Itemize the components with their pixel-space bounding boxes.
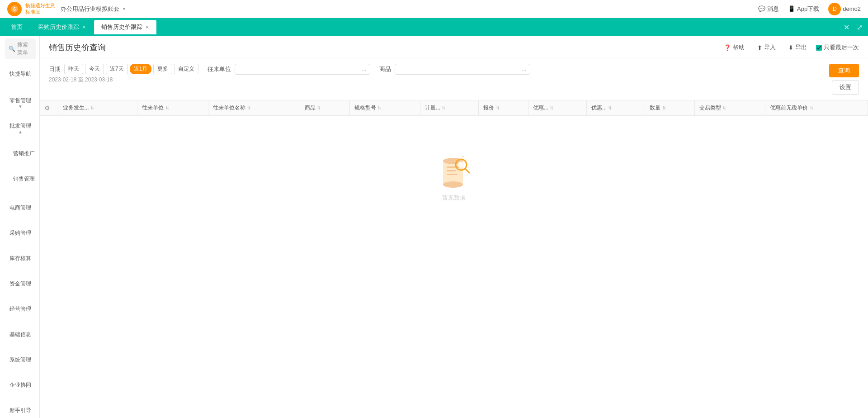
user-menu-btn[interactable]: D demo2: [828, 3, 861, 15]
th-partner-code[interactable]: 往来单位 ⇅: [137, 100, 208, 116]
th-spec[interactable]: 规格型号 ⇅: [349, 100, 420, 116]
th-biz-date[interactable]: 业务发生... ⇅: [58, 100, 137, 116]
goods-filter-group: 商品 ...: [379, 64, 530, 75]
date-filter-col: 日期 昨天 今天 近7天 近1月 更多 自定义 2023-02-18 至 202…: [49, 64, 198, 84]
sidebar-item-marketing[interactable]: 营销推广: [0, 141, 39, 166]
svg-text:6: 6: [13, 7, 16, 12]
filter-bar: 日期 昨天 今天 近7天 近1月 更多 自定义 2023-02-18 至 202…: [40, 58, 868, 100]
empty-illustration: [436, 152, 472, 188]
date-btns: 昨天 今天 近7天 近1月 更多 自定义: [64, 64, 198, 74]
th-quote[interactable]: 报价 ⇅: [479, 100, 528, 116]
sidebar-item-enterprise-collab[interactable]: 企业协同: [0, 373, 39, 398]
th-quantity[interactable]: 数量 ⇅: [645, 100, 695, 116]
sort-partner-code-icon: ⇅: [165, 105, 169, 110]
empty-text: 暂无数据: [442, 194, 466, 202]
th-partner-name[interactable]: 往来单位名称 ⇅: [208, 100, 300, 116]
search-icon: 🔍: [9, 46, 15, 52]
date-btn-yesterday[interactable]: 昨天: [64, 64, 83, 74]
tab-purchase-close-icon[interactable]: ✕: [82, 25, 86, 30]
th-unit[interactable]: 计量... ⇅: [420, 100, 479, 116]
data-table: ⚙ 业务发生... ⇅ 往来单位 ⇅ 往来单位名称 ⇅: [40, 100, 868, 238]
sidebar-item-wholesale[interactable]: 批发管理 ▲: [0, 116, 39, 141]
sort-spec-icon: ⇅: [377, 105, 381, 110]
filter-actions: 查询 设置: [829, 64, 859, 95]
sort-discount1-icon: ⇅: [550, 105, 553, 110]
date-filter-group: 日期 昨天 今天 近7天 近1月 更多 自定义: [49, 64, 198, 74]
tab-sales-history[interactable]: 销售历史价跟踪 ✕: [94, 20, 156, 34]
page-header: 销售历史价查询 ❓ 帮助 ⬆ 导入 ⬇ 导出: [40, 36, 868, 58]
sidebar-item-system[interactable]: 系统管理: [0, 347, 39, 373]
only-last-checkbox-group[interactable]: 只看最后一次: [816, 43, 859, 52]
tab-sales-close-icon[interactable]: ✕: [145, 25, 149, 30]
main-layout: 🔍 搜索菜单 快捷导航 零售管理 ▼ 批发管理 ▲ 营销推广 销售管理 电商管理…: [0, 36, 868, 418]
empty-row: 暂无数据: [40, 116, 868, 238]
tab-purchase-history[interactable]: 采购历史价跟踪 ✕: [31, 20, 93, 34]
sidebar: 🔍 搜索菜单 快捷导航 零售管理 ▼ 批发管理 ▲ 营销推广 销售管理 电商管理…: [0, 36, 40, 418]
th-discount2[interactable]: 优惠... ⇅: [587, 100, 645, 116]
table-settings-icon[interactable]: ⚙: [44, 104, 50, 112]
sidebar-item-operations[interactable]: 经营管理: [0, 297, 39, 322]
goods-filter-col: 商品 ...: [379, 64, 530, 75]
sidebar-item-newbie[interactable]: 新手引导: [0, 398, 39, 418]
th-trade-type[interactable]: 交易类型 ⇅: [694, 100, 765, 116]
sidebar-item-basic-info[interactable]: 基础信息: [0, 322, 39, 347]
sidebar-item-sales-mgmt[interactable]: 销售管理: [0, 166, 39, 192]
close-all-tabs-btn[interactable]: ✕: [842, 21, 851, 33]
export-icon: ⬇: [788, 44, 793, 51]
only-last-checkbox[interactable]: [816, 45, 822, 51]
sort-trade-type-icon: ⇅: [722, 105, 726, 110]
th-goods[interactable]: 商品 ⇅: [300, 100, 349, 116]
help-icon: ❓: [724, 44, 731, 51]
import-icon: ⬆: [757, 44, 762, 51]
filter-row: 日期 昨天 今天 近7天 近1月 更多 自定义 2023-02-18 至 202…: [49, 64, 859, 95]
app-download-btn[interactable]: 📱 App下载: [788, 5, 819, 13]
sort-biz-date-icon: ⇅: [90, 105, 94, 110]
export-btn[interactable]: ⬇ 导出: [785, 42, 811, 53]
sidebar-item-finance[interactable]: 资金管理: [0, 271, 39, 297]
sidebar-item-inventory[interactable]: 库存核算: [0, 246, 39, 271]
date-btn-today[interactable]: 今天: [85, 64, 104, 74]
svg-rect-7: [447, 170, 456, 171]
top-bar-right: 💬 消息 📱 App下载 D demo2: [758, 3, 861, 15]
sidebar-item-search[interactable]: 🔍 搜索菜单: [0, 36, 39, 62]
svg-point-13: [466, 160, 467, 161]
sort-discount2-icon: ⇅: [608, 105, 612, 110]
content-area: 销售历史价查询 ❓ 帮助 ⬆ 导入 ⬇ 导出: [40, 36, 868, 418]
sidebar-item-purchase[interactable]: 采购管理: [0, 221, 39, 246]
sort-unit-icon: ⇅: [442, 105, 445, 110]
th-settings: ⚙: [40, 100, 58, 116]
retail-arrow-icon: ▼: [18, 104, 23, 109]
filter-settings-button[interactable]: 设置: [832, 80, 859, 95]
download-icon: 📱: [788, 5, 795, 12]
tab-bar-actions: ✕ ⤢: [842, 21, 864, 33]
date-btn-7days[interactable]: 近7天: [106, 64, 128, 74]
table-container: ⚙ 业务发生... ⇅ 往来单位 ⇅ 往来单位名称 ⇅: [40, 100, 868, 418]
date-btn-custom[interactable]: 自定义: [174, 64, 198, 74]
goods-input[interactable]: ...: [395, 64, 530, 75]
th-discount1[interactable]: 优惠... ⇅: [528, 100, 586, 116]
partner-input[interactable]: ...: [235, 64, 370, 75]
svg-line-11: [465, 169, 469, 173]
message-btn[interactable]: 💬 消息: [758, 5, 779, 13]
sidebar-item-retail[interactable]: 零售管理 ▼: [0, 90, 39, 116]
wholesale-arrow-icon: ▲: [18, 129, 23, 134]
query-button[interactable]: 查询: [829, 64, 859, 77]
tab-bar: 首页 采购历史价跟踪 ✕ 销售历史价跟踪 ✕ ✕ ⤢: [0, 18, 868, 36]
company-dropdown[interactable]: 办公用品行业模拟账套 ▾: [55, 5, 758, 13]
page-toolbar: ❓ 帮助 ⬆ 导入 ⬇ 导出 只看最后一次: [720, 42, 859, 58]
import-btn[interactable]: ⬆ 导入: [754, 42, 779, 53]
sort-goods-icon: ⇅: [317, 105, 321, 110]
th-pre-tax-price[interactable]: 优惠前无税单价 ⇅: [765, 100, 868, 116]
sort-partner-name-icon: ⇅: [247, 105, 250, 110]
sort-quote-icon: ⇅: [496, 105, 500, 110]
sidebar-item-quick-nav[interactable]: 快捷导航: [0, 62, 39, 87]
date-btn-1month[interactable]: 近1月: [130, 64, 152, 74]
partner-filter-col: 往来单位 ...: [208, 64, 370, 75]
help-btn[interactable]: ❓ 帮助: [720, 42, 748, 53]
expand-tab-btn[interactable]: ⤢: [855, 21, 864, 33]
tab-home[interactable]: 首页: [4, 20, 30, 34]
date-btn-more[interactable]: 更多: [153, 64, 172, 74]
partner-filter-group: 往来单位 ...: [208, 64, 370, 75]
dropdown-arrow-icon: ▾: [123, 6, 125, 11]
sidebar-item-ecommerce[interactable]: 电商管理: [0, 195, 39, 221]
